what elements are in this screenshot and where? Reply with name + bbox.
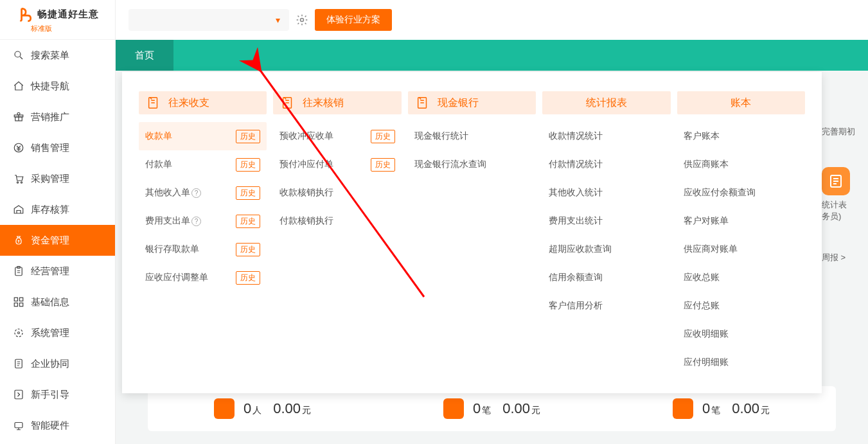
mega-item-0-1[interactable]: 付款单历史	[139, 150, 267, 179]
logo-text: 畅捷通好生意	[37, 8, 99, 21]
logo-icon	[17, 6, 33, 22]
stat-block-0: 0人0.00元	[214, 398, 311, 419]
mega-list-2: 现金银行统计现金银行流水查询	[408, 122, 536, 179]
mega-item-label: 收款核销执行	[279, 187, 333, 199]
sidebar-item-6[interactable]: 资金管理	[0, 225, 115, 256]
gear-icon[interactable]	[296, 13, 308, 26]
mega-col-3: 统计报表收款情况统计付款情况统计其他收入统计费用支出统计超期应收款查询信用余额查…	[542, 91, 670, 374]
sidebar-item-11[interactable]: 新手引导	[0, 379, 115, 410]
mega-item-label: 收款单	[145, 130, 172, 142]
report-badge-icon[interactable]	[822, 167, 850, 195]
mega-item-0-4[interactable]: 银行存取款单历史	[139, 235, 267, 263]
history-badge[interactable]: 历史	[236, 186, 260, 200]
company-selector[interactable]: ▾	[128, 9, 289, 31]
history-badge[interactable]: 历史	[236, 243, 260, 256]
mega-item-4-6[interactable]: 应付总账	[677, 292, 805, 320]
mega-item-3-6[interactable]: 客户信用分析	[542, 292, 670, 320]
sidebar-item-label: 采购管理	[31, 173, 69, 185]
help-icon[interactable]: ?	[191, 188, 201, 198]
sidebar-item-5[interactable]: 库存核算	[0, 194, 115, 225]
mega-item-4-0[interactable]: 客户账本	[677, 122, 805, 150]
history-badge[interactable]: 历史	[236, 271, 260, 285]
sidebar-item-3[interactable]: 销售管理	[0, 132, 115, 163]
sidebar-item-2[interactable]: 营销推广	[0, 102, 115, 132]
mega-item-label: 应收应付调整单	[145, 272, 208, 283]
mega-item-3-0[interactable]: 收款情况统计	[542, 122, 670, 150]
mega-item-0-0[interactable]: 收款单历史	[139, 122, 267, 150]
mega-item-0-2[interactable]: 其他收入单?历史	[139, 179, 267, 207]
sidebar-item-label: 系统管理	[31, 327, 69, 339]
help-icon[interactable]: ?	[191, 217, 201, 226]
sidebar-item-4[interactable]: 采购管理	[0, 163, 115, 194]
history-badge[interactable]: 历史	[371, 158, 395, 172]
gift-icon	[13, 111, 24, 123]
svg-rect-15	[15, 390, 22, 399]
mega-item-label: 预收冲应收单	[279, 130, 333, 142]
mega-head-label: 往来核销	[303, 96, 344, 110]
mega-item-2-1[interactable]: 现金银行流水查询	[408, 150, 536, 179]
grid-icon	[13, 296, 24, 308]
history-badge[interactable]: 历史	[371, 130, 395, 143]
sidebar-item-8[interactable]: 基础信息	[0, 287, 115, 317]
mega-item-0-5[interactable]: 应收应付调整单历史	[139, 263, 267, 292]
mega-item-3-3[interactable]: 费用支出统计	[542, 207, 670, 235]
sidebar-item-7[interactable]: 经营管理	[0, 256, 115, 287]
mega-item-3-2[interactable]: 其他收入统计	[542, 179, 670, 207]
search-icon	[13, 49, 24, 61]
clipboard-icon	[13, 265, 24, 277]
mega-item-3-1[interactable]: 付款情况统计	[542, 150, 670, 179]
stat-text: 0人0.00元	[244, 400, 311, 417]
sidebar-item-1[interactable]: 快捷导航	[0, 71, 115, 102]
mega-item-2-0[interactable]: 现金银行统计	[408, 122, 536, 150]
sidebar-item-10[interactable]: 企业协同	[0, 348, 115, 379]
history-badge[interactable]: 历史	[236, 130, 260, 143]
sidebar-item-0[interactable]: 搜索菜单	[0, 40, 115, 71]
svg-point-0	[15, 51, 21, 57]
tab-home[interactable]: 首页	[116, 40, 173, 71]
mega-head-label: 账本	[731, 96, 751, 110]
mega-item-3-4[interactable]: 超期应收款查询	[542, 235, 670, 263]
sidebar-item-label: 搜索菜单	[31, 49, 69, 62]
tab-strip: 首页	[116, 40, 868, 71]
history-badge[interactable]: 历史	[236, 158, 260, 172]
mega-item-3-5[interactable]: 信用余额查询	[542, 263, 670, 292]
mega-item-label: 费用支出统计	[549, 215, 603, 227]
mega-head-1: 往来核销	[273, 91, 401, 114]
sidebar-item-9[interactable]: 系统管理	[0, 317, 115, 348]
cart-icon	[13, 173, 24, 184]
mega-item-label: 付款情况统计	[549, 159, 603, 170]
mega-col-0: 往来收支收款单历史付款单历史其他收入单?历史费用支出单?历史银行存取款单历史应收…	[139, 91, 267, 374]
sidebar-item-label: 企业协同	[31, 358, 69, 370]
guide-icon	[13, 389, 24, 400]
mega-item-4-8[interactable]: 应付明细账	[677, 348, 805, 377]
sidebar-item-label: 基础信息	[31, 296, 69, 308]
mega-item-1-2[interactable]: 收款核销执行	[273, 179, 401, 207]
history-badge[interactable]: 历史	[236, 215, 260, 228]
mega-item-label: 应付明细账	[684, 357, 729, 368]
mega-item-1-3[interactable]: 付款核销执行	[273, 207, 401, 235]
mega-item-label: 供应商账本	[684, 159, 729, 170]
mega-head-0: 往来收支	[139, 91, 267, 114]
mega-item-4-5[interactable]: 应收总账	[677, 263, 805, 292]
mega-item-4-4[interactable]: 供应商对账单	[677, 235, 805, 263]
mega-item-4-2[interactable]: 应收应付余额查询	[677, 179, 805, 207]
mega-item-1-1[interactable]: 预付冲应付单历史	[273, 150, 401, 179]
mega-item-4-7[interactable]: 应收明细账	[677, 320, 805, 348]
peek-weekly-link[interactable]: 周报 >	[822, 242, 868, 274]
logo-sub: 标准版	[31, 24, 52, 33]
mega-item-label: 现金银行统计	[414, 130, 468, 142]
sidebar-item-label: 智能硬件	[31, 420, 69, 432]
peek-complete-initial[interactable]: 完善期初	[822, 116, 868, 148]
sidebar: 畅捷通好生意 标准版 搜索菜单快捷导航营销推广销售管理采购管理库存核算资金管理经…	[0, 0, 116, 444]
mega-item-4-1[interactable]: 供应商账本	[677, 150, 805, 179]
mega-item-4-3[interactable]: 客户对账单	[677, 207, 805, 235]
sidebar-item-12[interactable]: 智能硬件	[0, 410, 115, 441]
experience-button[interactable]: 体验行业方案	[315, 9, 392, 31]
svg-rect-10	[14, 303, 17, 306]
mega-item-0-3[interactable]: 费用支出单?历史	[139, 207, 267, 235]
sidebar-item-label: 快捷导航	[31, 80, 69, 93]
mega-item-1-0[interactable]: 预收冲应收单历史	[273, 122, 401, 150]
main-area: ▾ 体验行业方案 首页 完善期初 统计表 务员) 周报 > 0人0.00元0笔0…	[116, 0, 868, 444]
topbar: ▾ 体验行业方案	[116, 0, 868, 40]
mega-item-label: 应付总账	[684, 300, 720, 312]
